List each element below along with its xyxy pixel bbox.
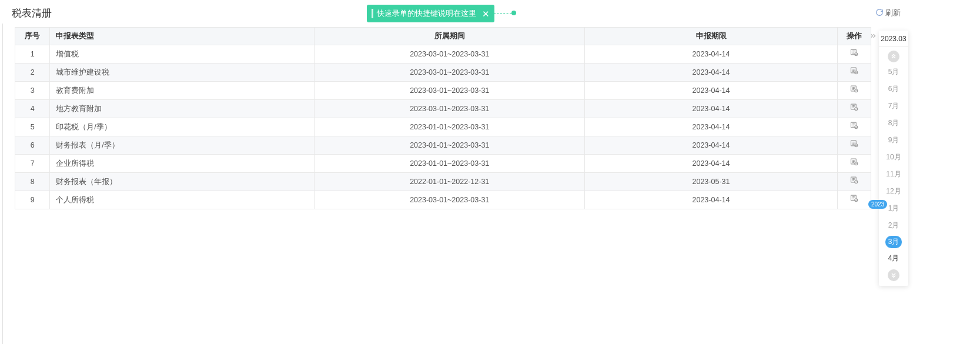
table-row: 6财务报表（月/季）2023-01-01~2023-03-312023-04-1… bbox=[15, 136, 871, 155]
view-detail-icon[interactable] bbox=[849, 155, 858, 172]
tip-text: 快速录单的快捷键说明在这里 bbox=[377, 8, 476, 19]
refresh-icon bbox=[875, 8, 884, 18]
table-row: 2城市维护建设税2023-03-01~2023-03-312023-04-14 bbox=[15, 64, 871, 82]
cell-seq: 7 bbox=[15, 155, 50, 173]
scroll-up-icon[interactable] bbox=[888, 51, 899, 62]
table-row: 8财务报表（年报）2022-01-01~2022-12-312023-05-31 bbox=[15, 173, 871, 191]
month-item[interactable]: 2月 bbox=[879, 217, 908, 234]
cell-period: 2023-03-01~2023-03-31 bbox=[315, 45, 585, 64]
month-item[interactable]: 7月 bbox=[879, 98, 908, 115]
page-title: 税表清册 bbox=[12, 6, 52, 20]
header-period: 所属期间 bbox=[315, 28, 585, 45]
current-month-label: 2023.03 bbox=[879, 31, 908, 47]
cell-period: 2023-03-01~2023-03-31 bbox=[315, 191, 585, 209]
view-detail-icon[interactable] bbox=[849, 82, 858, 99]
cell-seq: 8 bbox=[15, 173, 50, 191]
header-type: 申报表类型 bbox=[50, 28, 315, 45]
year-badge: 2023 bbox=[868, 200, 887, 209]
cell-type: 印花税（月/季） bbox=[50, 118, 315, 136]
cell-seq: 4 bbox=[15, 100, 50, 118]
cell-period: 2023-03-01~2023-03-31 bbox=[315, 100, 585, 118]
cell-action bbox=[837, 64, 871, 82]
cell-seq: 9 bbox=[15, 191, 50, 209]
month-item[interactable]: 4月 bbox=[879, 250, 908, 267]
cell-deadline: 2023-04-14 bbox=[585, 45, 837, 64]
cell-action bbox=[837, 118, 871, 136]
cell-deadline: 2023-04-14 bbox=[585, 136, 837, 155]
month-item[interactable]: 12月 bbox=[879, 183, 908, 200]
cell-type: 地方教育附加 bbox=[50, 100, 315, 118]
view-detail-icon[interactable] bbox=[849, 64, 858, 81]
tip-connector-line bbox=[494, 13, 511, 14]
cell-type: 教育费附加 bbox=[50, 82, 315, 100]
scroll-down-icon[interactable] bbox=[888, 269, 899, 281]
table-row: 1增值税2023-03-01~2023-03-312023-04-14 bbox=[15, 45, 871, 64]
cell-action bbox=[837, 100, 871, 118]
cell-period: 2022-01-01~2022-12-31 bbox=[315, 173, 585, 191]
cell-deadline: 2023-04-14 bbox=[585, 82, 837, 100]
view-detail-icon[interactable] bbox=[849, 191, 858, 208]
view-detail-icon[interactable] bbox=[849, 100, 858, 117]
cell-type: 个人所得税 bbox=[50, 191, 315, 209]
cell-action bbox=[837, 82, 871, 100]
month-item[interactable]: 10月 bbox=[879, 149, 908, 166]
view-detail-icon[interactable] bbox=[849, 45, 858, 62]
close-icon[interactable]: ✕ bbox=[482, 9, 490, 18]
cell-period: 2023-01-01~2023-03-31 bbox=[315, 118, 585, 136]
month-item[interactable]: 11月 bbox=[879, 166, 908, 183]
cell-seq: 3 bbox=[15, 82, 50, 100]
header-seq: 序号 bbox=[15, 28, 50, 45]
refresh-label: 刷新 bbox=[885, 8, 901, 18]
table-row: 4地方教育附加2023-03-01~2023-03-312023-04-14 bbox=[15, 100, 871, 118]
month-item[interactable]: 3月 bbox=[885, 236, 902, 248]
cell-deadline: 2023-04-14 bbox=[585, 155, 837, 173]
cell-type: 财务报表（年报） bbox=[50, 173, 315, 191]
cell-deadline: 2023-05-31 bbox=[585, 173, 837, 191]
cell-deadline: 2023-04-14 bbox=[585, 64, 837, 82]
cell-type: 企业所得税 bbox=[50, 155, 315, 173]
cell-deadline: 2023-04-14 bbox=[585, 118, 837, 136]
tip-banner: 快速录单的快捷键说明在这里 ✕ bbox=[367, 5, 494, 22]
view-detail-icon[interactable] bbox=[849, 136, 858, 153]
cell-seq: 1 bbox=[15, 45, 50, 64]
cell-seq: 5 bbox=[15, 118, 50, 136]
cell-period: 2023-03-01~2023-03-31 bbox=[315, 64, 585, 82]
cell-action bbox=[837, 191, 871, 209]
cell-type: 城市维护建设税 bbox=[50, 64, 315, 82]
cell-type: 财务报表（月/季） bbox=[50, 136, 315, 155]
table-row: 9个人所得税2023-03-01~2023-03-312023-04-14 bbox=[15, 191, 871, 209]
table-row: 3教育费附加2023-03-01~2023-03-312023-04-14 bbox=[15, 82, 871, 100]
table-row: 7企业所得税2023-01-01~2023-03-312023-04-14 bbox=[15, 155, 871, 173]
tip-connector-dot bbox=[511, 11, 516, 15]
cell-period: 2023-03-01~2023-03-31 bbox=[315, 82, 585, 100]
view-detail-icon[interactable] bbox=[849, 118, 858, 135]
table-header-row: 序号 申报表类型 所属期间 申报期限 操作 bbox=[15, 28, 871, 45]
cell-period: 2023-01-01~2023-03-31 bbox=[315, 136, 585, 155]
table-row: 5印花税（月/季）2023-01-01~2023-03-312023-04-14 bbox=[15, 118, 871, 136]
tax-forms-table: 序号 申报表类型 所属期间 申报期限 操作 1增值税2023-03-01~202… bbox=[15, 27, 871, 209]
cell-action bbox=[837, 136, 871, 155]
month-item[interactable]: 5月 bbox=[879, 64, 908, 81]
month-item[interactable]: 6月 bbox=[879, 81, 908, 98]
header-deadline: 申报期限 bbox=[585, 28, 837, 45]
month-picker-sidebar: 2023.03 5月6月7月8月9月10月11月12月20231月2月3月4月 bbox=[879, 31, 908, 286]
cell-type: 增值税 bbox=[50, 45, 315, 64]
tip-accent-bar bbox=[372, 9, 373, 18]
month-item[interactable]: 9月 bbox=[879, 132, 908, 149]
header-action: 操作 bbox=[837, 28, 871, 45]
cell-deadline: 2023-04-14 bbox=[585, 191, 837, 209]
cell-action bbox=[837, 155, 871, 173]
view-detail-icon[interactable] bbox=[849, 173, 858, 190]
cell-action bbox=[837, 45, 871, 64]
cell-deadline: 2023-04-14 bbox=[585, 100, 837, 118]
cell-action bbox=[837, 173, 871, 191]
cell-seq: 2 bbox=[15, 64, 50, 82]
month-item[interactable]: 8月 bbox=[879, 115, 908, 132]
cell-seq: 6 bbox=[15, 136, 50, 155]
refresh-button[interactable]: 刷新 bbox=[875, 8, 901, 18]
cell-period: 2023-01-01~2023-03-31 bbox=[315, 155, 585, 173]
